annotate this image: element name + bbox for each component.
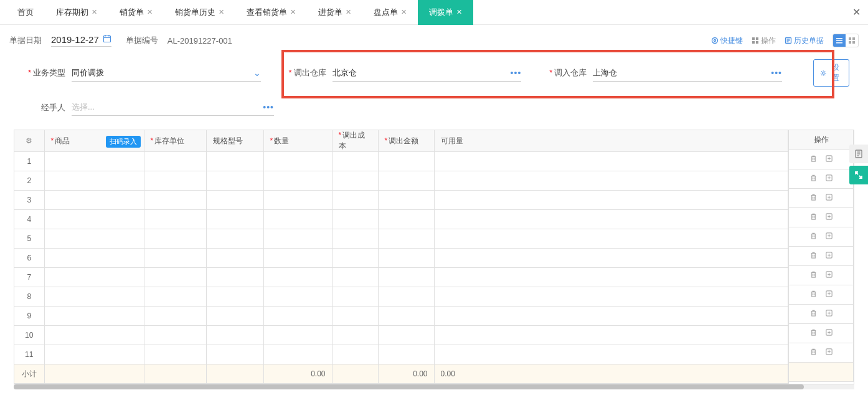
tab-stocktake[interactable]: 盘点单✕ [362,0,418,25]
add-row-icon[interactable] [825,251,833,261]
table-row[interactable]: 9 [14,307,788,326]
svg-point-5 [714,40,716,42]
table-row[interactable]: 11 [14,345,788,364]
tab-view-sales[interactable]: 查看销货单✕ [235,0,307,25]
scan-badge[interactable]: 扫码录入 [106,136,141,148]
delete-row-icon[interactable] [809,232,818,242]
notes-tool[interactable] [849,145,868,163]
more-icon: ••• [771,68,782,78]
expand-tool[interactable] [849,166,868,184]
table-row[interactable]: 5 [14,229,788,249]
svg-rect-17 [849,37,851,40]
tab-sales-order[interactable]: 销货单✕ [108,0,164,25]
add-row-icon[interactable] [825,348,833,358]
date-input[interactable]: 2019-12-27 [51,34,111,47]
table-row[interactable]: 1 [14,152,788,171]
view-grid-button[interactable] [846,34,858,47]
more-icon: ••• [511,68,522,78]
delete-row-icon[interactable] [809,155,818,164]
add-row-icon[interactable] [825,212,833,222]
delete-row-icon[interactable] [809,328,818,338]
tab-inventory-initial[interactable]: 库存期初✕ [45,0,108,25]
delete-row-icon[interactable] [809,212,818,222]
out-warehouse-select[interactable]: 北京仓 ••• [333,65,522,82]
tab-purchase-order[interactable]: 进货单✕ [307,0,362,25]
svg-rect-18 [852,37,855,40]
table-row[interactable]: 10 [14,326,788,345]
svg-rect-9 [756,41,758,44]
more-icon: ••• [263,102,274,112]
view-list-button[interactable] [833,34,846,47]
table-row[interactable]: 7 [14,268,788,287]
add-row-icon[interactable] [825,290,833,300]
close-icon[interactable]: ✕ [290,8,296,16]
form-row-2: 经手人 选择... ••• [0,93,868,122]
add-row-icon[interactable] [825,193,833,203]
handler-select[interactable]: 选择... ••• [72,99,274,116]
delete-row-icon[interactable] [809,348,818,358]
tabs-bar: 首页 库存期初✕ 销货单✕ 销货单历史✕ 查看销货单✕ 进货单✕ 盘点单✕ 调拨… [0,0,868,25]
table-row[interactable]: 3 [14,191,788,210]
close-icon[interactable]: ✕ [346,8,351,16]
form-row-1: 业务类型 同价调拨 ⌄ 调出仓库 北京仓 ••• 调入仓库 上海仓 ••• 设置 [0,53,868,93]
chevron-down-icon: ⌄ [253,68,261,78]
tab-transfer-order[interactable]: 调拨单✕ [418,0,473,25]
biz-type-select[interactable]: 同价调拨 ⌄ [72,65,261,82]
svg-point-4 [712,38,718,44]
ops-header: 操作 [789,130,854,150]
delete-row-icon[interactable] [809,309,818,319]
table-row[interactable]: 6 [14,249,788,268]
close-icon[interactable]: ✕ [92,8,97,16]
svg-point-21 [822,72,824,74]
delete-row-icon[interactable] [809,290,818,300]
number-value: AL-20191227-001 [167,36,232,45]
close-all-tabs-icon[interactable]: ✕ [852,6,861,18]
table-row[interactable]: 8 [14,287,788,307]
table-row[interactable]: 2 [14,171,788,191]
close-icon[interactable]: ✕ [456,8,462,16]
delete-row-icon[interactable] [809,193,818,203]
out-warehouse-label: 调出仓库 [280,67,333,79]
history-link[interactable]: 历史单据 [785,36,824,46]
tab-home[interactable]: 首页 [6,0,45,25]
svg-rect-0 [103,36,110,42]
delete-row-icon[interactable] [809,174,818,184]
side-tools [849,145,868,187]
add-row-icon[interactable] [825,328,833,338]
in-warehouse-label: 调入仓库 [540,67,593,79]
view-toggle [833,34,859,47]
table-header-row: ⚙ 商品扫码录入 库存单位 规格型号 数量 调出成本 调出金额 可用量 [14,130,788,152]
biz-type-label: 业务类型 [19,67,72,79]
calendar-icon [103,34,111,45]
form-header: 单据日期 2019-12-27 单据编号 AL-20191227-001 快捷键… [0,25,868,53]
svg-rect-16 [836,42,842,44]
gear-icon[interactable]: ⚙ [26,136,32,145]
delete-row-icon[interactable] [809,251,818,261]
add-row-icon[interactable] [825,174,833,184]
add-row-icon[interactable] [825,270,833,280]
svg-rect-20 [852,41,855,44]
add-row-icon[interactable] [825,309,833,319]
add-row-icon[interactable] [825,155,833,164]
actions-link[interactable]: 操作 [752,36,776,46]
svg-rect-15 [836,40,842,42]
number-label: 单据编号 [126,35,158,46]
svg-rect-7 [756,37,758,40]
close-icon[interactable]: ✕ [147,8,153,16]
svg-rect-19 [849,41,851,44]
date-label: 单据日期 [9,35,42,46]
subtotal-row: 小计 0.00 0.00 0.00 [14,364,788,384]
svg-rect-6 [752,37,755,40]
in-warehouse-select[interactable]: 上海仓 ••• [593,65,782,82]
delete-row-icon[interactable] [809,270,818,280]
settings-button[interactable]: 设置 [813,59,849,87]
add-row-icon[interactable] [825,232,833,242]
svg-rect-14 [836,38,842,39]
items-table: ⚙ 商品扫码录入 库存单位 规格型号 数量 调出成本 调出金额 可用量 1234… [14,130,854,384]
horizontal-scrollbar[interactable] [14,384,854,389]
close-icon[interactable]: ✕ [401,8,407,16]
tab-sales-history[interactable]: 销货单历史✕ [164,0,235,25]
table-row[interactable]: 4 [14,210,788,229]
shortcut-link[interactable]: 快捷键 [711,36,743,46]
close-icon[interactable]: ✕ [219,8,224,16]
